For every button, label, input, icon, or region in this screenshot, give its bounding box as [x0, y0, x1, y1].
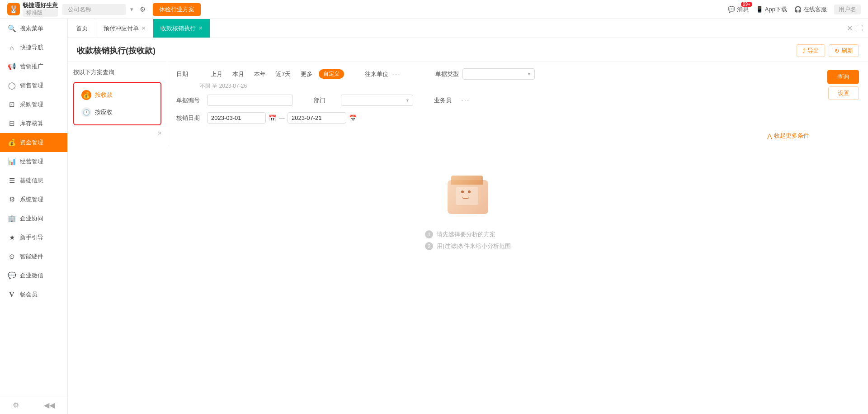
sidebar-item-system[interactable]: ⚙ 系统管理: [0, 190, 67, 209]
setting-button[interactable]: 设置: [828, 86, 859, 100]
dept-label: 部门: [314, 96, 337, 105]
sidebar-item-enterprise[interactable]: 🏢 企业协同: [0, 209, 67, 228]
tab-home[interactable]: 首页: [68, 19, 96, 38]
service-icon: 🎧: [794, 6, 802, 13]
message-badge: 99+: [741, 2, 752, 7]
writeoff-date-end[interactable]: 2023-07-21: [288, 112, 346, 124]
empty-hint-1: 1 请先选择要分析的方案: [425, 230, 495, 238]
filter-receivable-icon: 🕐: [81, 107, 91, 117]
collapse-more-label: 收起更多条件: [774, 132, 809, 140]
sidebar-item-quicknav[interactable]: ⌂ 快捷导航: [0, 38, 67, 57]
tab-prepay-close[interactable]: ✕: [142, 25, 146, 31]
system-icon: ⚙: [7, 195, 16, 204]
page-inner: 收款核销执行(按收款) ⤴ 导出 ↻ 刷新: [68, 38, 868, 414]
date-btn-lastmonth[interactable]: 上月: [207, 69, 226, 79]
calendar-start-icon[interactable]: 📅: [269, 114, 276, 122]
filter-row-1: 日期 上月 本月 本年 近7天 更多 自定义: [176, 68, 818, 80]
settings-icon[interactable]: ⚙: [13, 401, 19, 409]
date-label: 日期: [176, 70, 200, 78]
date-btn-more[interactable]: 更多: [297, 69, 316, 79]
home-icon: ⌂: [7, 44, 16, 52]
date-limit-text: 不限 至 2023-07-26: [200, 83, 247, 89]
date-btn-7days[interactable]: 近7天: [272, 69, 294, 79]
topbar: 🐰 畅捷通好生意 标准版 公司名称 ▾ ⚙ 休验行业方案 💬 消息 99+ 📱 …: [0, 0, 868, 19]
sidebar-item-finance[interactable]: 💰 资金管理: [0, 133, 67, 152]
sidebar-item-inventory[interactable]: ⊟ 库存核算: [0, 114, 67, 133]
operation-icon: 📊: [7, 157, 16, 166]
sidebar-label-inventory: 库存核算: [20, 119, 43, 128]
filter-row-2: 单据编号 部门: [176, 95, 818, 106]
sidebar-item-member[interactable]: V 畅会员: [0, 285, 67, 304]
sidebar-label-system: 系统管理: [20, 195, 43, 204]
date-btn-thismonth[interactable]: 本月: [229, 69, 248, 79]
calendar-end-icon[interactable]: 📅: [349, 114, 357, 122]
sidebar-item-purchase[interactable]: ⊡ 采购管理: [0, 95, 67, 114]
refresh-icon: ↻: [835, 48, 840, 54]
sidebar-label-purchase: 采购管理: [20, 100, 43, 109]
app-download-btn[interactable]: 📱 App下载: [756, 5, 787, 14]
tabbar: 首页 预付冲应付单 ✕ 收款核销执行 ✕ ✕ ⛶: [68, 19, 868, 38]
purchase-icon: ⊡: [7, 100, 16, 109]
sidebar-item-marketing[interactable]: 📢 营销推广: [0, 57, 67, 76]
tab-collection[interactable]: 收款核销执行 ✕: [153, 19, 210, 38]
filter-option-collection[interactable]: 💰 按收款: [74, 86, 160, 104]
filter-collection-icon: 💰: [81, 90, 91, 100]
solution-button[interactable]: 休验行业方案: [153, 3, 201, 16]
tabbar-actions: ✕ ⛶: [847, 24, 868, 33]
sidebar-item-sales[interactable]: ◯ 销售管理: [0, 76, 67, 95]
sidebar-item-search[interactable]: 🔍 搜索菜单: [0, 19, 67, 38]
tab-collection-label: 收款核销执行: [160, 24, 196, 33]
message-btn[interactable]: 💬 消息 99+: [728, 5, 749, 14]
expand-icon[interactable]: ⛶: [856, 24, 863, 33]
export-button[interactable]: ⤴ 导出: [797, 44, 825, 57]
page-content: 收款核销执行(按收款) ⤴ 导出 ↻ 刷新: [68, 38, 868, 414]
date-btn-thisyear[interactable]: 本年: [250, 69, 269, 79]
staff-dots[interactable]: ···: [461, 96, 470, 105]
collapse-sidebar-icon[interactable]: ◀◀: [44, 401, 55, 409]
hardware-icon: ⊙: [7, 252, 16, 261]
hint2-num: 2: [425, 242, 433, 250]
sidebar-bottom: ⚙ ◀◀: [0, 396, 67, 414]
hint2-text: 用[过滤]条件来缩小分析范围: [437, 242, 510, 250]
sidebar-item-basicinfo[interactable]: ☰ 基础信息: [0, 171, 67, 190]
collapse-arrow-icon: ⋀: [767, 133, 772, 139]
writeoff-date-label: 核销日期: [176, 114, 200, 122]
sidebar-label-guide: 新手引导: [20, 233, 43, 242]
sidebar-item-guide[interactable]: ★ 新手引导: [0, 228, 67, 247]
sidebar-item-operation[interactable]: 📊 经营管理: [0, 152, 67, 171]
sidebar-item-hardware[interactable]: ⊙ 智能硬件: [0, 247, 67, 266]
writeoff-date-start[interactable]: 2023-03-01: [207, 112, 266, 124]
sidebar-item-wechat[interactable]: 💬 企业微信: [0, 266, 67, 285]
filter-form: 日期 上月 本月 本年 近7天 更多 自定义: [167, 62, 868, 146]
company-selector[interactable]: 公司名称: [62, 4, 126, 15]
guide-icon: ★: [7, 233, 16, 242]
user-menu[interactable]: 用户名: [834, 5, 861, 14]
filter-panel-title: 按以下方案查询: [73, 68, 161, 76]
company-dropdown-icon[interactable]: ▾: [130, 6, 133, 13]
marketing-icon: 📢: [7, 62, 16, 71]
tab-collection-close[interactable]: ✕: [198, 25, 203, 31]
collapse-more-section: ⋀ 收起更多条件: [176, 130, 818, 140]
filter-option-receivable[interactable]: 🕐 按应收: [74, 104, 160, 121]
empty-face-eye-right: [468, 190, 471, 193]
date-custom-badge[interactable]: 自定义: [319, 69, 344, 79]
doc-type-select[interactable]: [462, 68, 535, 80]
filter-row-3: 核销日期 2023-03-01 📅 — 2023-07-21 📅: [176, 112, 818, 124]
sidebar-label-finance: 资金管理: [20, 138, 43, 147]
empty-hint-text: 1 请先选择要分析的方案 2 用[过滤]条件来缩小分析范围: [425, 230, 510, 250]
topbar-right: 💬 消息 99+ 📱 App下载 🎧 在线客服 用户名: [728, 5, 861, 14]
dept-select[interactable]: [341, 95, 413, 106]
close-window-icon[interactable]: ✕: [847, 24, 853, 33]
query-button[interactable]: 查询: [827, 70, 859, 84]
filter-panel: 按以下方案查询 💰 按收款 🕐 按应收 »: [68, 62, 868, 146]
collapse-left-icon[interactable]: »: [158, 129, 161, 136]
service-btn[interactable]: 🎧 在线客服: [794, 5, 827, 14]
collapse-more-btn[interactable]: ⋀ 收起更多条件: [767, 132, 809, 140]
gear-icon[interactable]: ⚙: [140, 5, 146, 14]
refresh-button[interactable]: ↻ 刷新: [829, 44, 859, 57]
tab-prepay[interactable]: 预付冲应付单 ✕: [96, 19, 153, 38]
sidebar: 🔍 搜索菜单 ⌂ 快捷导航 📢 营销推广 ◯ 销售管理 ⊡ 采购管理 ⊟ 库存核…: [0, 19, 68, 414]
counterpart-dots[interactable]: ···: [392, 70, 401, 78]
sidebar-label-operation: 经营管理: [20, 157, 43, 166]
doc-no-input[interactable]: [207, 95, 293, 106]
